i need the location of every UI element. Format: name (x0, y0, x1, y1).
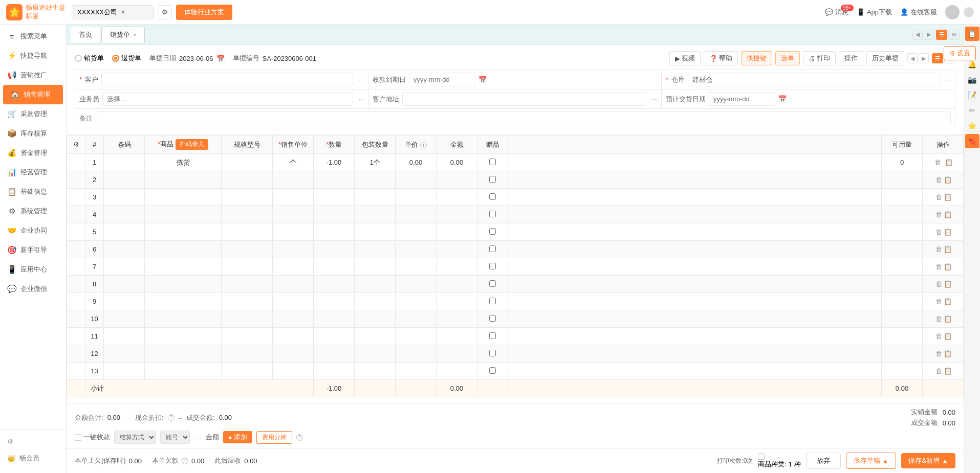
radio-sale[interactable]: 销货单 (75, 54, 104, 63)
row-barcode-1[interactable] (104, 154, 145, 171)
sidebar-item-finance[interactable]: 💰 资金管理 (0, 143, 66, 163)
sidebar-item-guide[interactable]: 🎯 新手引导 (0, 240, 66, 260)
sidebar-item-basic-info[interactable]: 📋 基础信息 (0, 182, 66, 201)
delete-icon-1[interactable]: 🗑 (934, 159, 941, 166)
salesperson-dots[interactable]: ··· (358, 95, 364, 103)
copy-icon-12[interactable]: 📋 (944, 350, 952, 357)
form-settings-btn[interactable]: ⚙ 设置 (944, 46, 964, 60)
tab-home[interactable]: 首页 (71, 27, 100, 42)
copy-icon-9[interactable]: 📋 (944, 298, 952, 305)
customer-dots[interactable]: ··· (358, 76, 364, 83)
copy-icon-5[interactable]: 📋 (944, 228, 952, 236)
row-amount-1[interactable]: 0.00 (437, 154, 477, 171)
copy-icon-6[interactable]: 📋 (944, 245, 952, 253)
online-service-btn[interactable]: 👤 在线客服 (900, 8, 937, 17)
delete-icon-12[interactable]: 🗑 (935, 350, 942, 357)
gift-checkbox-12[interactable] (489, 350, 496, 356)
help-btn[interactable]: ❓ 帮助 (704, 51, 738, 65)
sidebar-item-wechat[interactable]: 💬 企业微信 (0, 279, 66, 299)
addr-dots[interactable]: ··· (651, 95, 657, 103)
warehouse-dots[interactable]: ··· (945, 76, 951, 83)
row-product-1[interactable]: 拣货 (145, 154, 222, 171)
shortcut-btn[interactable]: 快捷键 (741, 51, 772, 65)
tab-sales-order[interactable]: 销货单 × (101, 27, 145, 42)
copy-icon-7[interactable]: 📋 (944, 263, 952, 271)
message-btn[interactable]: 💬 消息 99+ (825, 8, 848, 17)
delete-icon-9[interactable]: 🗑 (935, 298, 942, 305)
delete-icon-2[interactable]: 🗑 (935, 176, 942, 184)
account-select[interactable]: 账号 (160, 431, 190, 444)
list-view-btn[interactable]: ☰ (936, 30, 947, 40)
customer-input[interactable] (101, 73, 353, 86)
form-list-view[interactable]: ☰ (932, 53, 943, 63)
sidebar-item-quick-nav[interactable]: ⚡ 快捷导航 (0, 46, 66, 65)
discount-info-icon[interactable]: ? (168, 414, 175, 421)
row-pkgqty-1[interactable]: 1个 (355, 154, 396, 171)
sidebar-item-search[interactable]: ≡ 搜索菜单 (0, 27, 66, 46)
expense-button[interactable]: 费用分摊 (256, 431, 292, 444)
row-spec-1[interactable] (222, 154, 273, 171)
row-gift-1[interactable] (477, 154, 508, 171)
delete-icon-10[interactable]: 🗑 (935, 315, 942, 323)
customer-addr-input[interactable] (402, 92, 646, 106)
rt-btn-4[interactable]: 📷 (965, 73, 979, 87)
copy-icon-13[interactable]: 📋 (944, 367, 952, 375)
delete-icon-4[interactable]: 🗑 (935, 211, 942, 218)
delete-icon-13[interactable]: 🗑 (935, 367, 942, 375)
delete-icon-3[interactable]: 🗑 (935, 193, 942, 201)
next-arrow[interactable]: ▶ (924, 30, 934, 40)
gift-checkbox-4[interactable] (489, 211, 496, 217)
trial-button[interactable]: 体验行业方案 (176, 5, 232, 20)
delete-icon-6[interactable]: 🗑 (935, 245, 942, 253)
sidebar-bottom-member[interactable]: 👑 畅会员 (0, 449, 66, 467)
rt-btn-1[interactable]: 📋 (965, 27, 979, 41)
gift-checkbox-10[interactable] (489, 315, 496, 322)
gift-checkbox-13[interactable] (489, 367, 496, 374)
sidebar-item-app-center[interactable]: 📱 应用中心 (0, 260, 66, 279)
copy-icon-11[interactable]: 📋 (944, 332, 952, 340)
due-date-cal-icon[interactable]: 📅 (478, 76, 487, 83)
gift-checkbox-7[interactable] (489, 263, 496, 269)
app-download-btn[interactable]: 📱 App下载 (857, 8, 892, 17)
pick-btn[interactable]: 选单 (775, 51, 800, 65)
product-kind-checkbox[interactable] (758, 453, 800, 460)
gift-checkbox-8[interactable] (489, 280, 496, 287)
sidebar-item-marketing[interactable]: 📢 营销推广 (0, 65, 66, 85)
due-date-input[interactable] (409, 73, 475, 86)
gift-checkbox-2[interactable] (489, 176, 496, 183)
copy-icon-2[interactable]: 📋 (944, 176, 952, 184)
delete-icon-5[interactable]: 🗑 (935, 228, 942, 236)
copy-icon-1[interactable]: 📋 (945, 159, 953, 166)
save-new-button[interactable]: 保存&新增 ▲ (901, 453, 955, 468)
row-unit-1[interactable]: 个 (273, 154, 314, 171)
account-dots[interactable]: ··· (196, 434, 202, 441)
gift-checkbox-6[interactable] (489, 245, 496, 252)
scan-button[interactable]: 扫码录入 (176, 139, 208, 150)
user-avatar[interactable] (945, 5, 960, 19)
save-draft-button[interactable]: 保存草稿 ▲ (846, 453, 897, 469)
company-select[interactable]: XXXXXX公司 ▼ (72, 5, 154, 19)
sidebar-item-operations[interactable]: 📊 经营管理 (0, 163, 66, 182)
overdue-info-icon[interactable]: ? (182, 458, 188, 464)
warehouse-input[interactable] (688, 73, 940, 86)
sidebar-item-sales[interactable]: 🏠 销售管理 (3, 85, 63, 104)
gift-checkbox-5[interactable] (489, 228, 496, 235)
gift-checkbox-3[interactable] (489, 193, 496, 200)
price-info-icon[interactable]: i (420, 142, 427, 148)
rt-btn-7[interactable]: ⭐ (965, 119, 979, 133)
row-price-1[interactable]: 0.00 (396, 154, 437, 171)
video-btn[interactable]: ▶ 视频 (669, 51, 701, 65)
radio-return[interactable]: 退货单 (112, 54, 141, 63)
sidebar-item-system[interactable]: ⚙ 系统管理 (0, 201, 66, 221)
delete-icon-7[interactable]: 🗑 (935, 263, 942, 271)
gift-checkbox-9[interactable] (489, 298, 496, 304)
copy-icon-8[interactable]: 📋 (944, 280, 952, 288)
copy-icon-3[interactable]: 📋 (944, 193, 952, 201)
gift-checkbox-1[interactable] (489, 159, 496, 165)
expected-cal-icon[interactable]: 📅 (778, 95, 787, 103)
tab-close-icon[interactable]: × (133, 32, 136, 38)
form-prev-arrow[interactable]: ◀ (907, 53, 918, 63)
sidebar-item-purchase[interactable]: 🛒 采购管理 (0, 104, 66, 124)
user-avatar2[interactable] (964, 7, 974, 17)
rt-btn-6[interactable]: ✏ (965, 103, 979, 118)
